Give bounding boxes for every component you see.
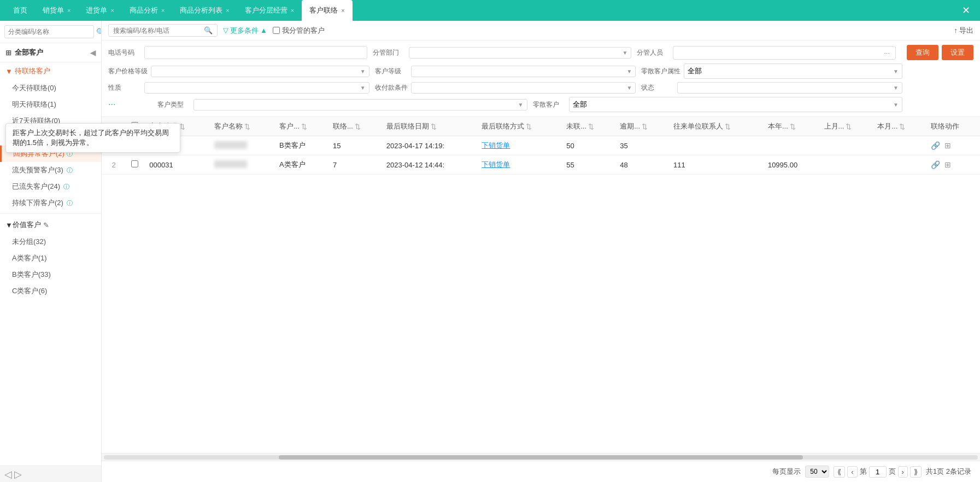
row-checkbox-2 [126,155,144,175]
table-header: ⚙ 客户编码 ⇅ 客户名称 [102,117,980,136]
sidebar-scroll-right[interactable]: ▷ [14,468,22,480]
nav-customer-segment-close[interactable]: × [291,7,294,14]
row-2-name-blurred [214,160,247,168]
next-page-button[interactable]: › [898,466,908,478]
my-customers-checkbox[interactable] [273,27,280,34]
retail-customer-select[interactable]: 全部 ▼ [569,97,903,112]
row-2-checkbox[interactable] [131,160,138,167]
retail-attr-chevron-icon: ▼ [893,68,899,74]
nav-product-analysis[interactable]: 商品分析 × [122,0,172,21]
sidebar-item-a-class[interactable]: A类客户(1) [0,250,101,266]
sidebar-collapse-icon[interactable]: ◀ [90,49,96,57]
payment-select[interactable]: ▼ [411,82,636,94]
nature-select[interactable]: ▼ [144,82,369,94]
row-contact-1: 15 [327,136,381,155]
row-1-grid-icon[interactable]: ⊞ [944,141,951,150]
row-2-link-icon[interactable]: 🔗 [931,160,940,169]
row-last-month-1 [819,136,872,155]
sidebar-pending-group[interactable]: ▼ 待联络客户 [0,62,101,80]
scroll-thumb[interactable] [279,455,803,460]
top-nav: 首页 销货单 × 进货单 × 商品分析 × 商品分析列表 × 客户分层经营 × … [0,0,980,21]
value-group-edit-icon[interactable]: ✎ [43,221,49,229]
retail-attr-select[interactable]: 全部 ▼ [684,63,902,79]
per-page-select[interactable]: 50 [805,466,829,478]
nav-customer-segment[interactable]: 客户分层经营 × [237,0,302,21]
search-box-icon[interactable]: 🔍 [204,26,213,34]
status-select[interactable]: ▼ [677,82,902,94]
name-sort-icon[interactable]: ⇅ [244,123,250,131]
sidebar-search-input[interactable] [4,25,94,38]
sidebar-item-today-pending[interactable]: 今天待联络(0) [0,80,101,96]
row-2-grid-icon[interactable]: ⊞ [944,160,951,169]
sidebar-item-unclassified[interactable]: 未分组(32) [0,234,101,250]
nav-sales-order-close[interactable]: × [67,7,71,14]
window-close-button[interactable]: ✕ [958,4,975,16]
row-method-2[interactable]: 下销货单 [476,155,561,175]
contact-sort-icon[interactable]: ⇅ [355,123,361,131]
sidebar-search-area: 🔍 [0,21,101,43]
horizontal-scrollbar[interactable] [102,453,980,461]
value-group-arrow-icon: ▼ [5,221,13,229]
filter-cell-customer-type: 客户类型 ▼ [157,99,527,111]
last-date-sort-icon[interactable]: ⇅ [431,123,437,131]
settings-button[interactable]: 设置 [942,45,973,60]
advanced-filter: 电话号码 分管部门 ▼ 分管人员 ··· [102,40,980,117]
filter-cell-nature: 性质 ▼ [108,82,369,94]
price-level-select[interactable]: ▼ [151,66,369,77]
sidebar-item-c-class[interactable]: C类客户(6) [0,283,101,299]
sidebar-scroll-left[interactable]: ◁ [4,468,12,480]
customer-level-select[interactable]: ▼ [411,66,636,77]
nav-product-analysis-list[interactable]: 商品分析列表 × [172,0,237,21]
scroll-track[interactable] [104,455,978,460]
row-type-2: A类客户 [274,155,327,175]
sidebar-item-lost-warning[interactable]: 流失预警客户(3) ⓘ [0,162,101,178]
prev-page-button[interactable]: ‹ [847,466,857,478]
row-1-link-icon[interactable]: 🔗 [931,141,940,150]
nav-purchase-order[interactable]: 进货单 × [78,0,121,21]
type-sort-icon[interactable]: ⇅ [301,123,307,131]
sidebar-item-tomorrow-pending[interactable]: 明天待联络(1) [0,96,101,113]
sidebar-item-declining[interactable]: 持续下滑客户(2) ⓘ [0,195,101,211]
method-sort-icon[interactable]: ⇅ [526,123,532,131]
search-input[interactable] [113,27,204,34]
overdue-sort-icon[interactable]: ⇅ [642,123,648,131]
sidebar-search-icon[interactable]: 🔍 [96,28,102,36]
col-not-contacted: 未联... ⇅ [561,117,614,136]
first-page-button[interactable]: ⟪ [834,466,845,478]
nav-product-analysis-list-close[interactable]: × [226,7,229,14]
sidebar-item-already-lost[interactable]: 已流失客户(24) ⓘ [0,178,101,195]
sidebar-section: ⊞ 全部客户 ◀ ▼ 待联络客户 今天待联络(0) 明天待联络(1) 近7天待联… [0,43,101,466]
nav-product-analysis-close[interactable]: × [161,7,165,14]
export-button[interactable]: ↑ 导出 [954,26,974,36]
row-method-link-2[interactable]: 下销货单 [482,160,510,169]
not-contacted-sort-icon[interactable]: ⇅ [588,123,594,131]
person-dots-icon[interactable]: ··· [882,49,892,57]
phone-input[interactable] [144,46,367,59]
this-month-sort-icon[interactable]: ⇅ [899,123,905,131]
nav-home[interactable]: 首页 [5,0,35,21]
sidebar-item-b-class[interactable]: B类客户(33) [0,266,101,283]
filter-cell-phone: 电话号码 [108,46,367,59]
nav-customer-contact-close[interactable]: × [341,7,344,14]
nav-sales-order[interactable]: 销货单 × [35,0,78,21]
table-container: ⚙ 客户编码 ⇅ 客户名称 [102,117,980,453]
contact-person-sort-icon[interactable]: ⇅ [725,123,731,131]
last-month-sort-icon[interactable]: ⇅ [846,123,852,131]
nav-customer-contact[interactable]: 客户联络 × [302,0,352,21]
page-number-input[interactable] [869,466,887,478]
query-button[interactable]: 查询 [907,45,938,60]
this-year-sort-icon[interactable]: ⇅ [790,123,796,131]
row-method-1[interactable]: 下销货单 [476,136,561,155]
more-dots-icon[interactable]: ··· [108,100,115,109]
row-overdue-1: 35 [614,136,668,155]
dept-select[interactable]: ▼ [409,47,632,59]
more-conditions-toggle[interactable]: ▽ 更多条件 ▲ [223,26,267,36]
nav-purchase-order-close[interactable]: × [110,7,114,14]
sidebar-value-group-header[interactable]: ▼ 价值客户 ✎ [0,216,101,234]
sidebar-all-customers-header[interactable]: ⊞ 全部客户 ◀ [0,43,101,62]
row-method-link-1[interactable]: 下销货单 [482,141,510,149]
last-page-button[interactable]: ⟫ [910,466,922,478]
customer-type-select[interactable]: ▼ [193,99,527,111]
row-this-year-1 [762,136,819,155]
person-select[interactable]: ··· [673,46,896,60]
